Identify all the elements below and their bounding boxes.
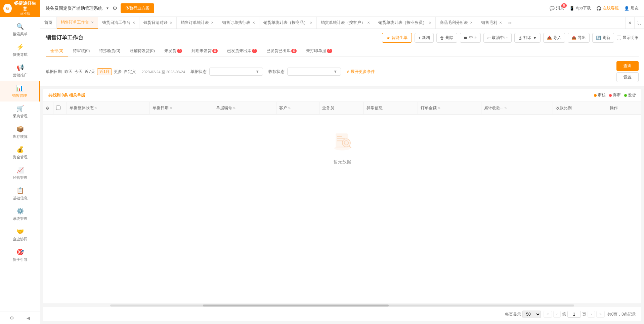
prev-page-button[interactable]: ‹ bbox=[553, 311, 561, 318]
th-date[interactable]: 单据日期 bbox=[150, 102, 213, 115]
tab-close-sales-exec[interactable]: ✕ bbox=[252, 21, 255, 25]
tab-close-sales-summary-product[interactable]: ✕ bbox=[310, 21, 312, 25]
th-amount[interactable]: 订单金额 bbox=[418, 102, 481, 115]
user-menu[interactable]: 👤 用友 bbox=[624, 5, 639, 11]
sidebar-item-guide[interactable]: 🎯 新手引导 bbox=[0, 245, 40, 266]
review-action-button[interactable]: 审核 bbox=[594, 92, 606, 98]
sidebar-item-finance[interactable]: 💰 资金管理 bbox=[0, 143, 40, 163]
tab-cash-daily[interactable]: 钱货日清工作台✕ bbox=[98, 17, 139, 29]
scrollbar-thumb[interactable] bbox=[203, 305, 388, 307]
tab-close-product-profit[interactable]: ✕ bbox=[470, 21, 473, 25]
stop-button[interactable]: ⏹ 中止 bbox=[460, 33, 481, 43]
payment-select[interactable]: ▼ bbox=[287, 68, 341, 76]
tab-fullscreen-button[interactable]: ⛶ bbox=[634, 17, 644, 29]
sidebar-item-quick-nav[interactable]: ⚡ 快捷导航 bbox=[0, 40, 40, 60]
display-detail-checkbox[interactable]: 显示明细 bbox=[617, 35, 639, 41]
date-option-自定义[interactable]: 自定义 bbox=[124, 69, 136, 75]
sidebar-item-purchase[interactable]: 🛒 采购管理 bbox=[0, 102, 40, 122]
expand-more-button[interactable]: ∨ 展开更多条件 bbox=[346, 69, 375, 75]
print-button[interactable]: 🖨 打印 ▼ bbox=[514, 33, 541, 43]
tab-close-cash-daily[interactable]: ✕ bbox=[132, 21, 135, 25]
select-all-checkbox[interactable] bbox=[56, 106, 60, 110]
sidebar-item-marketing[interactable]: 📢 营销推广 bbox=[0, 60, 40, 81]
date-option-近7天[interactable]: 近7天 bbox=[85, 69, 95, 75]
filter-settings-button[interactable]: 设置 bbox=[616, 72, 639, 82]
query-button[interactable]: 查询 bbox=[616, 61, 639, 71]
tab-close-sales-summary-customer[interactable]: ✕ bbox=[367, 21, 370, 25]
filter-tab-pending-review[interactable]: 待审核(0) bbox=[68, 46, 95, 56]
filter-tab-wangpu-pending[interactable]: 旺铺待发货(0) bbox=[125, 46, 160, 56]
tab-home[interactable]: 首页 bbox=[40, 17, 57, 29]
delete-button[interactable]: 🗑 删除 bbox=[436, 33, 457, 43]
filter-tab-label-all: 全部 bbox=[50, 48, 58, 53]
filter-badge-shipped-not-out: 0 bbox=[252, 49, 257, 53]
th-checkbox[interactable] bbox=[53, 102, 67, 115]
sidebar-icon-inventory: 📦 bbox=[16, 125, 24, 133]
date-option-昨天[interactable]: 昨天 bbox=[65, 69, 73, 75]
tab-close-cash-reconcile[interactable]: ✕ bbox=[170, 21, 172, 25]
collapse-icon[interactable]: ◀ bbox=[27, 315, 30, 321]
filter-tab-expired-unshipped[interactable]: 到期未发货0 bbox=[187, 46, 222, 56]
next-page-button[interactable]: › bbox=[588, 311, 595, 318]
tab-product-profit[interactable]: 商品毛利分析表✕ bbox=[436, 17, 477, 29]
app-download-button[interactable]: 📱 App下载 bbox=[569, 5, 591, 11]
th-number[interactable]: 单据编号 bbox=[213, 102, 276, 115]
message-badge: 6 bbox=[561, 3, 567, 8]
tab-sales-profit[interactable]: 销售毛利✕ bbox=[477, 17, 506, 29]
th-collected[interactable]: 累计收款... bbox=[481, 102, 553, 115]
settings-icon[interactable]: ⚙ bbox=[10, 315, 14, 321]
smart-generate-button[interactable]: ★ 智能生单 bbox=[382, 33, 412, 43]
last-page-button[interactable]: » bbox=[596, 311, 605, 318]
tab-label-cash-reconcile: 钱货日清对账 bbox=[143, 20, 168, 26]
filter-tab-shipped-out[interactable]: 已发货已出库0 bbox=[262, 46, 301, 56]
filter-tab-all[interactable]: 全部(0) bbox=[46, 46, 68, 56]
content-toolbar: ★ 智能生单 + 新增 🗑 删除 ⏹ 中止 bbox=[382, 33, 639, 43]
export-button[interactable]: 📤 导出 bbox=[568, 33, 590, 43]
filter-tab-shipped-not-out[interactable]: 已发货未出库0 bbox=[222, 46, 262, 56]
system-dropdown[interactable]: ▼ bbox=[106, 6, 109, 10]
th-status[interactable]: 单据整体状态 bbox=[67, 102, 150, 115]
date-option-更多[interactable]: 更多 bbox=[114, 69, 122, 75]
filter-tab-not-printed[interactable]: 未打印单据0 bbox=[301, 46, 337, 56]
sidebar-item-sales[interactable]: 📊 销售管理 bbox=[0, 81, 40, 102]
tab-sales-order[interactable]: 销售订单工作台✕ bbox=[57, 17, 98, 29]
th-customer[interactable]: 客户 bbox=[276, 102, 319, 115]
date-option-近1月[interactable]: 近1月 bbox=[97, 68, 112, 75]
tab-close-sales-profit[interactable]: ✕ bbox=[499, 21, 502, 25]
date-option-今天[interactable]: 今天 bbox=[75, 69, 83, 75]
add-button[interactable]: + 新增 bbox=[415, 33, 434, 43]
tab-sales-summary-staff[interactable]: 销货单统计表（按业务员）✕ bbox=[374, 17, 436, 29]
tab-cash-reconcile[interactable]: 钱货日清对账✕ bbox=[139, 17, 177, 29]
sidebar-item-enterprise[interactable]: 🤝 企业协同 bbox=[0, 225, 40, 245]
topbar-settings-icon[interactable]: ⚙ bbox=[113, 5, 117, 11]
sidebar-item-inventory[interactable]: 📦 库存核算 bbox=[0, 122, 40, 143]
status-select[interactable]: ▼ bbox=[209, 68, 263, 76]
sidebar-item-system[interactable]: ⚙️ 系统管理 bbox=[0, 204, 40, 225]
tab-close-all-button[interactable]: ✕ bbox=[625, 17, 634, 29]
filter-tab-pending-inspect[interactable]: 待拣验货(0) bbox=[94, 46, 125, 56]
tab-sales-summary-product[interactable]: 销货单统计表（按商品）✕ bbox=[259, 17, 317, 29]
display-detail-input[interactable] bbox=[617, 36, 621, 40]
first-page-button[interactable]: « bbox=[544, 311, 552, 318]
tab-close-sales-order[interactable]: ✕ bbox=[91, 21, 94, 24]
page-size-select[interactable]: 50 10 20 100 bbox=[522, 311, 541, 318]
sidebar-item-basic-info[interactable]: 📋 基础信息 bbox=[0, 184, 40, 204]
tab-close-sales-stats[interactable]: ✕ bbox=[211, 21, 214, 25]
message-button[interactable]: 💬 消息 6 bbox=[550, 5, 564, 11]
solution-button[interactable]: 体验行业方案 bbox=[121, 3, 154, 13]
page-number-input[interactable] bbox=[567, 311, 581, 318]
reject-action-button[interactable]: 弃审 bbox=[609, 92, 621, 98]
tab-close-sales-summary-staff[interactable]: ✕ bbox=[429, 21, 431, 25]
sidebar-item-search[interactable]: 🔍 搜索菜单 bbox=[0, 19, 40, 40]
refresh-button[interactable]: 🔄 刷新 bbox=[592, 33, 614, 43]
online-service-button[interactable]: 🎧 在线客服 bbox=[596, 5, 619, 11]
tab-more-button[interactable]: ‹ › bbox=[506, 21, 514, 25]
filter-tab-not-shipped[interactable]: 未发货0 bbox=[160, 46, 187, 56]
cancel-stop-button[interactable]: ↩ 取消中止 bbox=[483, 33, 512, 43]
ship-action-button[interactable]: 发货 bbox=[624, 92, 636, 98]
tab-sales-exec[interactable]: 销售订单执行表✕ bbox=[218, 17, 259, 29]
tab-sales-summary-customer[interactable]: 销货单统计表（按客户）✕ bbox=[317, 17, 374, 29]
import-button[interactable]: 📥 导入 bbox=[543, 33, 565, 43]
tab-sales-stats[interactable]: 销售订单统计表✕ bbox=[177, 17, 218, 29]
sidebar-item-operations[interactable]: 📈 经营管理 bbox=[0, 163, 40, 184]
